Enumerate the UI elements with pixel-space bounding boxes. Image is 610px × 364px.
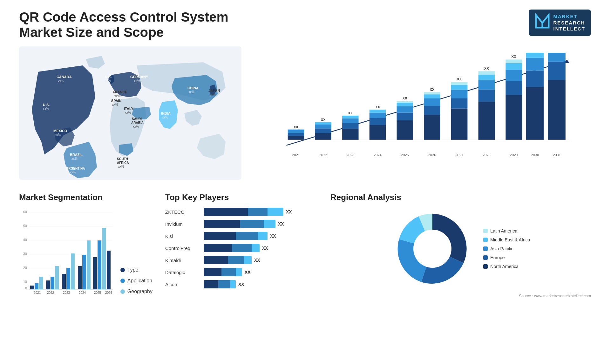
player-name: Datalogic [165,270,200,275]
svg-text:50: 50 [23,224,27,228]
regional-legend-label: Middle East & Africa [490,237,530,242]
map-container: CANADA xx% U.S. xx% MEXICO xx% BRAZIL xx… [19,46,241,180]
svg-text:2023: 2023 [346,153,354,157]
svg-rect-130 [55,266,59,289]
svg-text:2031: 2031 [553,153,561,157]
svg-rect-103 [548,61,566,80]
bar-chart-container: XX 2021 XX 2022 XX 2023 [254,46,591,180]
svg-text:2027: 2027 [455,153,463,157]
svg-text:xx%: xx% [71,157,78,160]
segmentation-title: Market Segmentation [19,192,152,202]
svg-text:xx%: xx% [55,133,61,137]
svg-rect-126 [39,277,43,289]
svg-rect-91 [505,63,522,70]
svg-rect-132 [62,274,66,289]
svg-text:U.K.: U.K. [105,75,112,79]
svg-text:30: 30 [23,252,27,256]
player-row: KisiXX [165,232,318,240]
player-name: Invixium [165,221,200,227]
regional-legend-dot [483,229,488,233]
legend-dot-type [120,268,125,272]
player-xx-label: XX [245,270,251,275]
svg-text:XX: XX [484,66,489,70]
players-list: ZKTECOXXInvixiumXXKisiXXControlFreqXXKim… [165,207,318,289]
logo-box: MARKET RESEARCH INTELLECT [529,10,591,36]
svg-text:ARABIA: ARABIA [131,121,144,125]
regional-legend-item: Latin America [483,228,530,233]
svg-text:SAUDI: SAUDI [132,117,142,121]
regional-legend-item: Asia Pacific [483,246,530,251]
svg-text:2030: 2030 [531,153,539,157]
svg-rect-134 [71,253,75,289]
svg-text:xx%: xx% [43,107,49,111]
svg-rect-67 [424,115,440,140]
svg-rect-124 [30,286,34,289]
legend-dot-application [120,279,125,283]
svg-rect-96 [526,71,544,87]
svg-rect-98 [526,53,544,57]
svg-rect-39 [288,130,304,133]
svg-text:AFRICA: AFRICA [117,161,129,165]
svg-rect-82 [478,90,495,102]
svg-rect-125 [35,283,38,289]
svg-text:xx%: xx% [162,116,168,119]
svg-point-146 [413,230,451,268]
player-bar [204,268,242,276]
player-bar [204,244,260,252]
svg-rect-92 [505,59,522,63]
svg-rect-136 [78,266,82,289]
svg-text:40: 40 [23,238,27,242]
header: QR Code Access Control System Market Siz… [19,10,591,40]
regional-chart-area: Latin AmericaMiddle East & AfricaAsia Pa… [330,207,591,290]
regional-legend-dot [483,255,488,260]
regional-legend-label: Asia Pacific [490,246,513,251]
svg-rect-43 [315,128,331,133]
player-xx-label: XX [270,233,276,239]
svg-text:2028: 2028 [483,153,491,157]
player-bar [204,232,268,240]
player-xx-label: XX [262,246,268,251]
world-map-svg: CANADA xx% U.S. xx% MEXICO xx% BRAZIL xx… [19,46,241,180]
svg-text:XX: XX [430,88,435,91]
logo-letter [534,13,550,32]
page-title: QR Code Access Control System Market Siz… [19,10,273,40]
regional-legend-label: Europe [490,255,505,260]
svg-rect-69 [424,98,440,106]
svg-text:2023: 2023 [63,291,70,294]
player-xx-label: XX [286,209,292,214]
svg-rect-64 [397,101,413,103]
player-bar-wrap: XX [204,256,318,265]
svg-rect-95 [526,87,544,140]
svg-rect-104 [548,53,566,61]
svg-rect-102 [548,80,566,140]
growth-bar-chart: XX 2021 XX 2022 XX 2023 [261,53,585,167]
svg-text:BRAZIL: BRAZIL [70,153,83,157]
svg-rect-57 [369,110,386,112]
seg-legend: Type Application Geography [120,267,152,298]
svg-rect-89 [505,81,522,95]
svg-text:xx%: xx% [112,103,118,106]
player-bar-wrap: XX [204,207,318,216]
svg-text:INDIA: INDIA [161,111,171,115]
players-container: Top Key Players ZKTECOXXInvixiumXXKisiXX… [165,192,318,289]
svg-text:GERMANY: GERMANY [130,75,148,79]
regional-container: Regional Analysis [330,192,591,298]
player-xx-label: XX [278,221,284,226]
svg-text:0: 0 [25,286,27,290]
svg-text:xx%: xx% [114,94,120,98]
svg-text:2022: 2022 [47,291,54,294]
svg-rect-68 [424,106,440,115]
regional-legend-dot [483,264,488,269]
svg-rect-144 [107,251,111,289]
svg-text:xx%: xx% [70,171,76,174]
svg-rect-129 [51,277,54,289]
player-row: AlconXX [165,280,318,289]
player-name: Kisi [165,233,200,239]
player-row: InvixiumXX [165,219,318,228]
player-name: ControlFreq [165,246,200,251]
player-row: ControlFreqXX [165,244,318,253]
svg-rect-133 [66,268,70,289]
logo-text: MARKET RESEARCH INTELLECT [553,13,586,32]
regional-legend-label: North America [490,264,518,269]
svg-text:2024: 2024 [374,153,382,157]
